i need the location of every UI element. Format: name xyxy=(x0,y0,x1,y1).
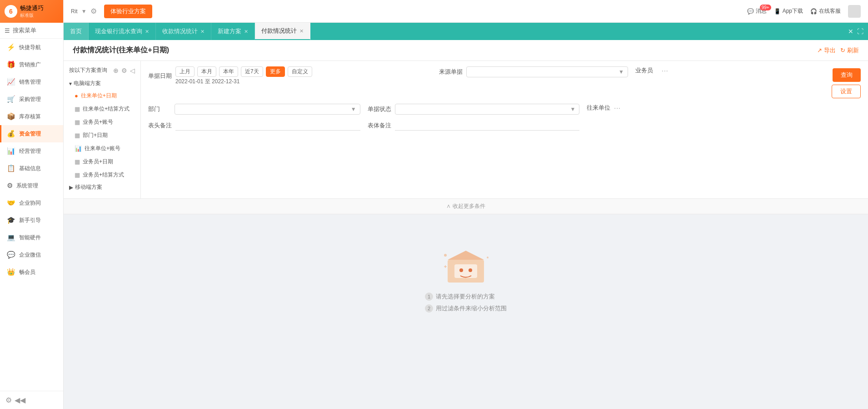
sidebar-item-purchase[interactable]: 🛒 采购管理 xyxy=(0,91,63,108)
corp-icon: 🤝 xyxy=(7,199,15,207)
sidebar-item-basic[interactable]: 📋 基础信息 xyxy=(0,160,63,177)
tab-bank-flow-label: 现金银行流水查询 xyxy=(95,27,142,35)
svg-point-5 xyxy=(444,254,447,257)
tab-receipt-stats[interactable]: 收款情况统计 ✕ xyxy=(156,23,211,40)
export-button[interactable]: ↗ 导出 xyxy=(817,46,836,55)
date-btn-7days[interactable]: 近7天 xyxy=(241,66,263,77)
status-select[interactable]: ▼ xyxy=(395,104,580,115)
scheme-group-mobile-title[interactable]: ▶ 移动端方案 xyxy=(64,182,140,193)
source-select[interactable]: ▼ xyxy=(466,66,628,77)
avatar[interactable] xyxy=(848,5,861,18)
tab-payment-stats[interactable]: 付款情况统计 ✕ xyxy=(255,23,310,40)
staff-dots-icon[interactable]: ··· xyxy=(662,67,668,74)
scheme-item-label: 往来单位+日期 xyxy=(81,92,117,100)
sidebar-item-finance[interactable]: 💰 资金管理 xyxy=(0,125,63,142)
scheme-item-label: 业务员+日期 xyxy=(83,158,113,166)
search-menu[interactable]: ☰ 搜索菜单 xyxy=(0,23,63,39)
scheme-item-unit-settle[interactable]: ▦ 往来单位+结算方式 xyxy=(64,102,140,116)
date-btn-custom[interactable]: 自定义 xyxy=(288,66,312,77)
logo: 6 畅捷通巧 标准版 xyxy=(0,0,63,23)
hardware-icon: 💻 xyxy=(7,233,15,242)
refresh-button[interactable]: ↻ 刷新 xyxy=(840,46,859,55)
sidebar-item-label: 企业协同 xyxy=(19,199,41,207)
tab-home[interactable]: 首页 xyxy=(64,23,89,40)
filter-row-3: 表头备注 表体备注 xyxy=(148,120,861,131)
sidebar-item-marketing[interactable]: 🎁 营销推广 xyxy=(0,56,63,73)
query-button[interactable]: 查询 xyxy=(833,68,861,82)
trial-button[interactable]: 体验行业方案 xyxy=(104,5,152,18)
empty-tips: 1 请先选择要分析的方案 2 用过滤条件来缩小分析范围 xyxy=(425,293,507,316)
svg-point-3 xyxy=(459,268,463,272)
tabbar: 首页 现金银行流水查询 ✕ 收款情况统计 ✕ 新建方案 ✕ 付款情况统计 ✕ ✕… xyxy=(64,23,868,40)
tab-bank-flow-close[interactable]: ✕ xyxy=(145,29,149,35)
sidebar-item-operation[interactable]: 📊 经营管理 xyxy=(0,142,63,160)
header-note-input[interactable] xyxy=(175,120,360,131)
scheme-item-dept-date[interactable]: ▦ 部门+日期 xyxy=(64,129,140,142)
scheme-group-mobile-arrow: ▶ xyxy=(69,184,73,191)
scheme-group-title[interactable]: ▾ 电脑端方案 xyxy=(64,78,140,89)
body-note-field: 表体备注 xyxy=(368,120,580,131)
scheme-item-unit-account[interactable]: 📊 往来单位+账号 xyxy=(64,142,140,155)
tab-close-all-icon[interactable]: ✕ xyxy=(848,28,853,35)
settings-button[interactable]: 设置 xyxy=(832,85,861,98)
sidebar-item-hardware[interactable]: 💻 智能硬件 xyxy=(0,229,63,246)
tab-payment-stats-close[interactable]: ✕ xyxy=(299,28,304,34)
tab-new-plan[interactable]: 新建方案 ✕ xyxy=(211,23,255,40)
scheme-item-label: 业务员+结算方式 xyxy=(83,171,124,179)
sales-icon: 📈 xyxy=(7,78,15,86)
tip-num-1: 1 xyxy=(425,293,433,301)
scheme-item-staff-settle[interactable]: ▦ 业务员+结算方式 xyxy=(64,168,140,182)
logo-name: 畅捷通巧 xyxy=(20,4,44,12)
collapse-icon[interactable]: ◀◀ xyxy=(15,396,25,404)
header-note-field: 表头备注 xyxy=(148,120,360,131)
tab-receipt-stats-close[interactable]: ✕ xyxy=(200,29,205,35)
dept-arrow: ▼ xyxy=(351,106,356,112)
date-btn-more[interactable]: 更多 xyxy=(266,66,285,77)
date-btn-this-year[interactable]: 本年 xyxy=(219,66,238,77)
sidebar-item-label: 营销推广 xyxy=(19,61,41,69)
sidebar-item-corp[interactable]: 🤝 企业协同 xyxy=(0,194,63,212)
service-action[interactable]: 🎧 在线客服 xyxy=(810,7,841,15)
staff-field: 业务员 ··· xyxy=(635,66,824,75)
unit-dots-icon[interactable]: ··· xyxy=(614,104,621,111)
scheme-icon-active: ● xyxy=(75,92,78,99)
sidebar-item-quick-nav[interactable]: ⚡ 快捷导航 xyxy=(0,39,63,56)
settings-icon[interactable]: ⚙ xyxy=(5,396,12,404)
topbar-dropdown-arrow[interactable]: ▼ xyxy=(81,8,87,15)
topbar-settings-icon[interactable]: ⚙ xyxy=(90,7,97,15)
collapse-scheme-icon[interactable]: ◁ xyxy=(130,67,135,74)
scheme-group-desktop: ▾ 电脑端方案 ● 往来单位+日期 ▦ 往来单位+结算方式 ▦ xyxy=(64,78,140,182)
scheme-item-unit-date[interactable]: ● 往来单位+日期 xyxy=(64,89,140,102)
body-note-input[interactable] xyxy=(395,120,580,131)
date-btn-this-month[interactable]: 本月 xyxy=(197,66,216,77)
quick-nav-icon: ⚡ xyxy=(7,43,15,51)
scheme-icon: ▦ xyxy=(75,132,80,139)
settings-scheme-icon[interactable]: ⚙ xyxy=(121,67,127,74)
collapse-bar[interactable]: ∧ 收起更多条件 xyxy=(64,198,868,214)
sidebar-item-sales[interactable]: 📈 销售管理 xyxy=(0,73,63,91)
sidebar-item-guide[interactable]: 🎓 新手引导 xyxy=(0,212,63,229)
basic-icon: 📋 xyxy=(7,164,15,172)
add-scheme-icon[interactable]: ⊕ xyxy=(113,67,119,74)
filter-sidebar-header: 按以下方案查询 ⊕ ⚙ ◁ xyxy=(64,66,140,78)
sidebar-item-wechat[interactable]: 💬 企业微信 xyxy=(0,246,63,263)
scheme-item-staff-account[interactable]: ▦ 业务员+账号 xyxy=(64,116,140,129)
sidebar-item-member[interactable]: 👑 畅会员 xyxy=(0,263,63,281)
sidebar-item-inventory[interactable]: 📦 库存核算 xyxy=(0,108,63,125)
date-btn-last-month[interactable]: 上月 xyxy=(175,66,195,77)
scheme-item-label: 业务员+账号 xyxy=(83,118,113,126)
message-action[interactable]: 💬 消息 99+ xyxy=(747,7,767,15)
sidebar-item-system[interactable]: ⚙ 系统管理 xyxy=(0,177,63,194)
message-icon: 💬 xyxy=(747,8,754,15)
source-select-arrow: ▼ xyxy=(619,69,624,75)
dept-select[interactable]: ▼ xyxy=(175,104,360,115)
marketing-icon: 🎁 xyxy=(7,61,15,69)
tab-expand-icon[interactable]: ⛶ xyxy=(857,28,863,35)
scheme-item-staff-date[interactable]: ▦ 业务员+日期 xyxy=(64,155,140,168)
tab-new-plan-close[interactable]: ✕ xyxy=(244,29,248,35)
app-download-action[interactable]: 📱 App下载 xyxy=(774,7,803,15)
logo-text: 畅捷通巧 标准版 xyxy=(20,4,44,19)
sidebar-menu: ⚡ 快捷导航 🎁 营销推广 📈 销售管理 🛒 采购管理 📦 库存核算 💰 资金管… xyxy=(0,39,63,391)
tab-bank-flow[interactable]: 现金银行流水查询 ✕ xyxy=(89,23,156,40)
scheme-group-mobile-name: 移动端方案 xyxy=(75,183,102,191)
